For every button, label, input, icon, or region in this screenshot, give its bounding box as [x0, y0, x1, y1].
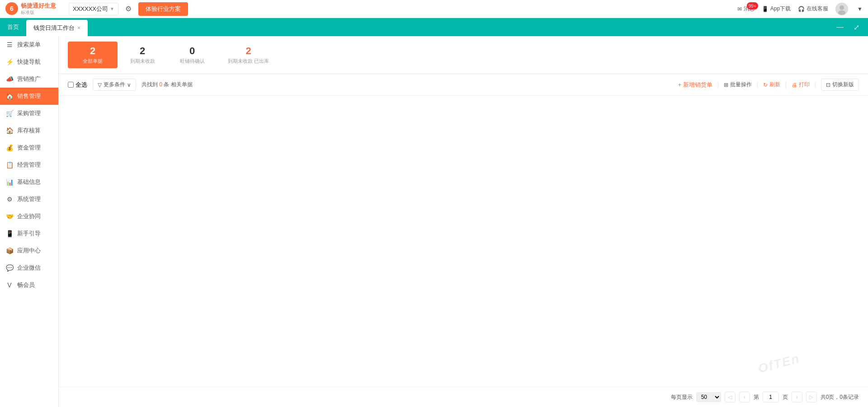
filter-btn[interactable]: ▽ 更多条件 ∨ [93, 79, 136, 91]
tab-bar: 首页 钱货日清工作台 × — ⤢ [0, 18, 868, 36]
company-selector[interactable]: XXXXXX公司 ▼ [69, 3, 118, 15]
add-sales-btn[interactable]: + 新增销货单 [678, 81, 712, 89]
dropdown-icon: ▼ [857, 6, 863, 12]
sidebar-item-guide[interactable]: 📱 新手引导 [0, 225, 58, 242]
operations-icon: 📋 [5, 161, 14, 169]
page-input[interactable] [763, 392, 779, 402]
logo-icon: 6 [5, 2, 18, 15]
sales-icon: 🏠 [5, 92, 14, 100]
message-badge: 99+ [747, 2, 758, 9]
sidebar-item-inventory[interactable]: 🏠 库存核算 [0, 122, 58, 139]
select-all-input[interactable] [68, 82, 74, 88]
tab-collapse-btn[interactable]: — [834, 21, 846, 33]
marketing-icon: 📣 [5, 75, 14, 83]
batch-btn[interactable]: ⊞ 批量操作 [724, 81, 752, 89]
sidebar-item-purchase[interactable]: 🛒 采购管理 [0, 105, 58, 122]
stat-card-pending[interactable]: 0 旺铺待确认 [167, 42, 217, 68]
tab-expand-btn[interactable]: ⤢ [850, 21, 863, 33]
tab-actions: — ⤢ [834, 18, 868, 36]
select-all-checkbox[interactable]: 全选 [68, 81, 87, 89]
system-icon: ⚙ [5, 195, 14, 203]
search-menu-icon: ☰ [5, 41, 14, 49]
app-center-icon: 📦 [5, 247, 14, 255]
base-info-icon: 📊 [5, 178, 14, 186]
sidebar-item-finance[interactable]: 💰 资金管理 [0, 139, 58, 156]
finance-icon: 💰 [5, 144, 14, 152]
header-right: ✉ 消息 99+ 📱 App下载 🎧 在线客服 ▼ [737, 3, 863, 15]
message-icon: ✉ [737, 6, 742, 12]
svg-point-2 [838, 10, 845, 15]
settings-icon[interactable]: ⚙ [122, 3, 135, 15]
page-size-select[interactable]: 50 20 100 [696, 392, 721, 402]
purchase-icon: 🛒 [5, 109, 14, 117]
username[interactable]: ▼ [855, 6, 863, 12]
logo-area: 6 畅捷通好生意 标准版 [5, 2, 56, 16]
logo-text: 畅捷通好生意 标准版 [21, 2, 56, 16]
quick-nav-icon: ⚡ [5, 58, 14, 66]
tab-home[interactable]: 首页 [0, 18, 26, 36]
sidebar: ☰ 搜索菜单 ⚡ 快捷导航 📣 营销推广 🏠 销售管理 🛒 采购管理 🏠 库存核… [0, 36, 59, 407]
table-area [59, 96, 868, 387]
first-page-btn[interactable]: ◁ [725, 392, 736, 402]
sidebar-item-app-center[interactable]: 📦 应用中心 [0, 242, 58, 259]
main-layout: ☰ 搜索菜单 ⚡ 快捷导航 📣 营销推广 🏠 销售管理 🛒 采购管理 🏠 库存核… [0, 36, 868, 407]
trial-btn[interactable]: 体验行业方案 [138, 2, 188, 16]
cooperation-icon: 🤝 [5, 212, 14, 220]
divider-2 [757, 81, 758, 89]
sidebar-item-wechat[interactable]: 💬 企业微信 [0, 259, 58, 276]
online-service-btn[interactable]: 🎧 在线客服 [798, 5, 828, 13]
message-btn[interactable]: ✉ 消息 99+ [737, 5, 755, 13]
print-btn[interactable]: 🖨 打印 [792, 81, 810, 89]
top-header: 6 畅捷通好生意 标准版 XXXXXX公司 ▼ ⚙ 体验行业方案 ✉ 消息 99… [0, 0, 868, 18]
sidebar-item-base-info[interactable]: 📊 基础信息 [0, 173, 58, 191]
service-icon: 🎧 [798, 6, 805, 12]
found-count: 0 [159, 81, 162, 88]
switch-icon: ⊡ [826, 82, 830, 88]
tab-workbench[interactable]: 钱货日清工作台 × [26, 20, 88, 36]
toolbar: 全选 ▽ 更多条件 ∨ 共找到 0 条 相关单据 + 新增销货单 ⊞ [59, 74, 868, 96]
stat-card-out-stock[interactable]: 2 到期未收款 已出库 [217, 42, 280, 68]
toolbar-right: + 新增销货单 ⊞ 批量操作 ↻ 刷新 🖨 打印 [678, 79, 859, 91]
download-icon: 📱 [762, 6, 769, 12]
content-area: 2 全部单据 2 到期未收款 0 旺铺待确认 2 到期未收款 已出库 全选 [59, 36, 868, 407]
guide-icon: 📱 [5, 229, 14, 238]
inventory-icon: 🏠 [5, 126, 14, 135]
divider-1 [718, 81, 718, 89]
svg-point-1 [840, 5, 844, 10]
print-icon: 🖨 [792, 82, 797, 88]
divider-3 [786, 81, 786, 89]
next-page-btn[interactable]: › [792, 392, 802, 402]
header-left: 6 畅捷通好生意 标准版 XXXXXX公司 ▼ ⚙ 体验行业方案 [5, 2, 188, 16]
prev-page-btn[interactable]: ‹ [739, 392, 750, 402]
refresh-icon: ↻ [763, 82, 768, 88]
sidebar-item-operations[interactable]: 📋 经营管理 [0, 156, 58, 173]
sidebar-item-member[interactable]: V 畅会员 [0, 276, 58, 294]
wechat-icon: 💬 [5, 264, 14, 272]
last-page-btn[interactable]: ▷ [806, 392, 817, 402]
found-text: 共找到 0 条 相关单据 [142, 81, 193, 89]
sidebar-item-system[interactable]: ⚙ 系统管理 [0, 191, 58, 208]
sidebar-item-search-menu[interactable]: ☰ 搜索菜单 [0, 36, 58, 53]
app-download-btn[interactable]: 📱 App下载 [762, 5, 791, 13]
sidebar-item-marketing[interactable]: 📣 营销推广 [0, 70, 58, 88]
member-icon: V [5, 281, 14, 289]
avatar[interactable] [835, 3, 848, 15]
sidebar-item-quick-nav[interactable]: ⚡ 快捷导航 [0, 53, 58, 70]
sidebar-item-cooperation[interactable]: 🤝 企业协同 [0, 208, 58, 225]
refresh-btn[interactable]: ↻ 刷新 [763, 81, 780, 89]
batch-icon: ⊞ [724, 82, 728, 88]
filter-icon: ▽ [98, 82, 102, 88]
company-dropdown-icon: ▼ [110, 6, 114, 11]
sidebar-item-sales[interactable]: 🏠 销售管理 [0, 88, 58, 105]
tab-close-icon[interactable]: × [77, 25, 80, 31]
pagination: 每页显示 50 20 100 ◁ ‹ 第 页 › ▷ 共0页，0条记录 [59, 387, 868, 407]
stat-card-overdue[interactable]: 2 到期未收款 [118, 42, 167, 68]
switch-version-btn[interactable]: ⊡ 切换新版 [821, 79, 859, 91]
stat-card-all[interactable]: 2 全部单据 [68, 42, 118, 68]
filter-arrow-icon: ∨ [127, 82, 131, 88]
stats-row: 2 全部单据 2 到期未收款 0 旺铺待确认 2 到期未收款 已出库 [59, 36, 868, 74]
divider-4 [815, 81, 816, 89]
